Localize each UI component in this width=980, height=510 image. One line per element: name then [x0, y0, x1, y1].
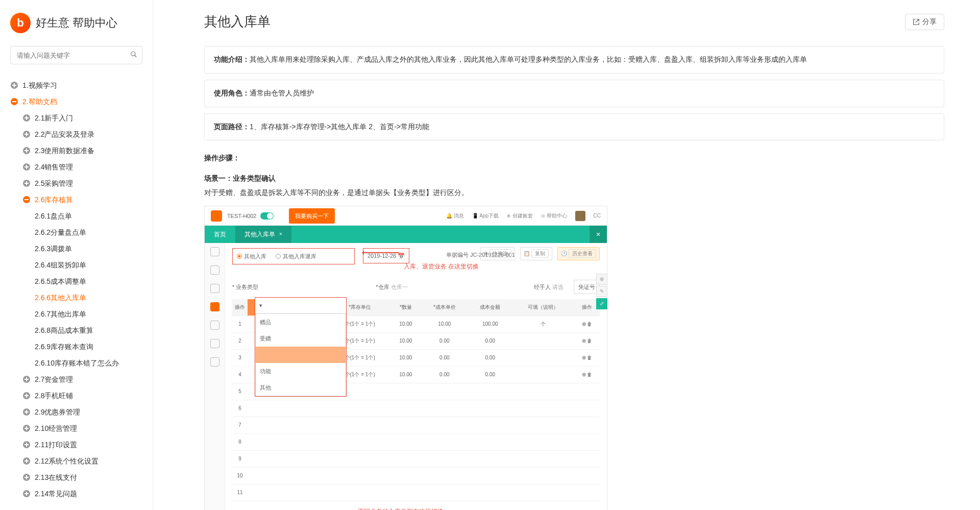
nav-label: 1.视频学习 — [22, 77, 57, 93]
nav-label: 2.9优惠券管理 — [35, 404, 80, 420]
nav-265[interactable]: 2.6.5成本调整单 — [10, 273, 142, 289]
ss-side-icon: ⤢ — [596, 298, 607, 309]
logo-icon: b — [10, 13, 31, 33]
dropdown-option: 受赠 — [256, 330, 346, 347]
search-icon[interactable] — [130, 51, 137, 60]
expand-icon — [23, 490, 30, 497]
nav-24[interactable]: 2.4销售管理 — [10, 159, 142, 175]
table-row: 7 — [232, 417, 600, 434]
nav-212[interactable]: 2.12系统个性化设置 — [10, 453, 142, 469]
nav-213[interactable]: 2.13在线支付 — [10, 469, 142, 485]
nav-label: 2.14常见问题 — [35, 485, 77, 502]
intro-text: 其他入库单用来处理除采购入库、产成品入库之外的其他入库业务，因此其他入库单可处理… — [250, 55, 807, 63]
table-row: 11 — [232, 484, 600, 501]
nav-262[interactable]: 2.6.2分量盘点单 — [10, 224, 142, 240]
ss-toggle — [260, 212, 274, 220]
annotation-note1: 入库、退货业务 在这里切换 — [404, 260, 479, 273]
ss-side-icon: ✎ — [596, 286, 607, 297]
steps-heading: 操作步骤： — [204, 151, 944, 165]
nav-label: 2.6.6其他入库单 — [35, 289, 86, 306]
close-icon: × — [279, 229, 282, 239]
table-row: 9 — [232, 451, 600, 468]
table-row: 6 — [232, 400, 600, 417]
nav-label: 2.8手机旺铺 — [35, 387, 73, 404]
nav-label: 2.12系统个性化设置 — [35, 453, 99, 469]
nav-27[interactable]: 2.7资金管理 — [10, 371, 142, 387]
search-box — [10, 46, 142, 64]
share-button[interactable]: 分享 — [905, 14, 944, 30]
expand-icon — [11, 82, 18, 89]
role-label: 使用角色： — [214, 89, 250, 97]
role-text: 通常由仓管人员维护 — [250, 89, 314, 97]
radio-on-icon — [237, 254, 242, 259]
nav-label: 2.2产品安装及登录 — [35, 126, 94, 142]
nav-label: 2.6.1盘点单 — [35, 208, 72, 224]
brand-logo: b 好生意 帮助中心 — [10, 13, 142, 33]
expand-icon — [23, 392, 30, 399]
nav-label: 2.13在线支付 — [35, 469, 77, 485]
expand-icon — [23, 457, 30, 465]
ss-form-row: * 业务类型 *仓库 仓库一 经手人 请选 凭证号 — [232, 280, 600, 294]
svg-point-0 — [131, 52, 135, 56]
embedded-screenshot: TEST-H002 我要购买一下 🔔 消息 📱 App下载 ⊕ 创建账套 ⊙ 帮… — [204, 206, 607, 510]
ss-help: 帮助中心 — [547, 213, 567, 218]
brand-name: 好生意 帮助中心 — [36, 15, 117, 31]
expand-icon — [23, 408, 30, 416]
expand-icon — [23, 147, 30, 154]
ss-app: App下载 — [479, 213, 499, 218]
nav-267[interactable]: 2.6.7其他出库单 — [10, 306, 142, 322]
ss-tabbar: 首页 其他入库单× × — [205, 226, 607, 243]
ss-avatar — [575, 211, 585, 221]
nav-263[interactable]: 2.6.3调拨单 — [10, 240, 142, 257]
ss-account-name: TEST-H002 — [227, 210, 256, 222]
ss-logo-icon — [211, 210, 222, 222]
nav-tree: 1.视频学习 2.帮助文档 2.1新手入门 2.2产品安装及登录 2.3使用前数… — [10, 77, 142, 502]
nav-label: 2.6.9库存账本查询 — [35, 338, 93, 355]
intro-label: 功能介绍： — [214, 55, 250, 63]
nav-28[interactable]: 2.8手机旺铺 — [10, 387, 142, 404]
content-body: 操作步骤： 场景一：业务类型确认 对于受赠、盘盈或是拆装入库等不同的业务，是通过… — [204, 151, 944, 510]
ss-biztype-dropdown: ▾ 赠品 受赠 功能 其他 — [255, 297, 347, 397]
ss-nav-icon — [210, 284, 219, 293]
annotation-note2: 不同业务的入库类型在这里切换 — [329, 505, 600, 510]
nav-help-docs[interactable]: 2.帮助文档 — [10, 93, 142, 110]
nav-label: 2.4销售管理 — [35, 159, 73, 175]
nav-label: 2.10经营管理 — [35, 420, 77, 436]
nav-268[interactable]: 2.6.8商品成本重算 — [10, 322, 142, 338]
search-input[interactable] — [10, 46, 142, 64]
expand-icon — [23, 114, 30, 122]
nav-211[interactable]: 2.11打印设置 — [10, 436, 142, 453]
nav-label: 2.5采购管理 — [35, 175, 73, 191]
ss-nav-icon — [210, 321, 219, 330]
intro-box: 功能介绍：其他入库单用来处理除采购入库、产成品入库之外的其他入库业务，因此其他入… — [204, 46, 944, 74]
dropdown-option — [256, 347, 346, 363]
nav-label: 2.7资金管理 — [35, 371, 73, 387]
nav-214[interactable]: 2.14常见问题 — [10, 485, 142, 502]
nav-269[interactable]: 2.6.9库存账本查询 — [10, 338, 142, 355]
nav-23[interactable]: 2.3使用前数据准备 — [10, 142, 142, 159]
collapse-icon — [23, 196, 30, 203]
nav-264[interactable]: 2.6.4组装拆卸单 — [10, 257, 142, 273]
ss-nav-icon — [210, 302, 219, 311]
nav-label: 2.6.5成本调整单 — [35, 273, 86, 289]
table-row: 8 — [232, 434, 600, 451]
nav-266-current[interactable]: 2.6.6其他入库单 — [10, 289, 142, 306]
ss-body: 其他入库 其他入库退库 2019-12-26 📅 单据编号 JC-2019122… — [205, 243, 607, 510]
nav-22[interactable]: 2.2产品安装及登录 — [10, 126, 142, 142]
ss-tab-doc: 其他入库单× — [235, 226, 291, 243]
expand-icon — [23, 425, 30, 432]
collapse-icon — [11, 98, 18, 105]
nav-25[interactable]: 2.5采购管理 — [10, 175, 142, 191]
ss-nav-icon — [210, 247, 219, 256]
ss-nav-icon — [210, 357, 219, 367]
nav-29[interactable]: 2.9优惠券管理 — [10, 404, 142, 420]
path-text: 1、库存核算->库存管理->其他入库单 2、首页->常用功能 — [250, 123, 429, 131]
ss-username: CC — [594, 211, 601, 221]
nav-26[interactable]: 2.6库存核算 — [10, 191, 142, 208]
nav-2610[interactable]: 2.6.10库存账本错了怎么办 — [10, 355, 142, 371]
nav-label: 2.3使用前数据准备 — [35, 142, 94, 159]
nav-261[interactable]: 2.6.1盘点单 — [10, 208, 142, 224]
nav-video[interactable]: 1.视频学习 — [10, 77, 142, 93]
nav-21[interactable]: 2.1新手入门 — [10, 110, 142, 126]
nav-210[interactable]: 2.10经营管理 — [10, 420, 142, 436]
